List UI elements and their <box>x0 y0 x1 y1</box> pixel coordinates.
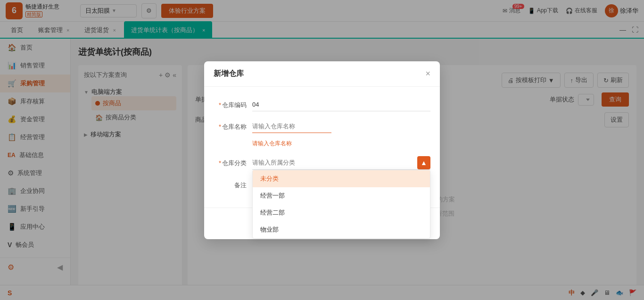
dropdown-option-dept2[interactable]: 经营二部 <box>253 204 430 221</box>
category-dropdown-toggle[interactable]: ▲ <box>417 156 430 169</box>
warehouse-name-label: 仓库名称 <box>214 120 247 133</box>
category-input[interactable] <box>252 156 417 169</box>
dropdown-option-uncategorized[interactable]: 未分类 <box>253 170 430 187</box>
warehouse-name-field-wrap <box>252 120 430 133</box>
dropdown-option-dept1[interactable]: 经营一部 <box>253 187 430 204</box>
modal-title: 新增仓库 <box>214 69 244 79</box>
warehouse-code-input[interactable] <box>252 98 430 111</box>
warehouse-category-label: 仓库分类 <box>214 156 247 167</box>
modal-close-button[interactable]: × <box>425 69 430 79</box>
dropdown-input-row: ▲ <box>252 156 430 170</box>
modal-header: 新增仓库 × <box>204 61 440 87</box>
dropdown-option-dept3[interactable]: 物业部 <box>253 221 430 238</box>
form-row-category: 仓库分类 ▲ 未分类 经营一部 经营二部 物业部 <box>214 156 430 170</box>
warehouse-name-input[interactable] <box>252 120 331 133</box>
form-row-name: 仓库名称 请输入仓库名称 <box>214 120 430 148</box>
warehouse-code-label: 仓库编码 <box>214 98 247 109</box>
modal-overlay: 新增仓库 × 仓库编码 仓库名称 请输入仓库名称 <box>0 0 644 300</box>
warehouse-name-error: 请输入仓库名称 <box>252 140 430 148</box>
warehouse-category-dropdown: ▲ 未分类 经营一部 经营二部 物业部 <box>252 156 430 170</box>
category-dropdown-list: 未分类 经营一部 经营二部 物业部 <box>252 170 430 239</box>
form-row-code: 仓库编码 <box>214 98 430 111</box>
modal-body: 仓库编码 仓库名称 请输入仓库名称 仓库分类 <box>204 87 440 208</box>
remark-label: 备注 <box>214 178 247 190</box>
modal-new-warehouse: 新增仓库 × 仓库编码 仓库名称 请输入仓库名称 <box>204 61 440 239</box>
